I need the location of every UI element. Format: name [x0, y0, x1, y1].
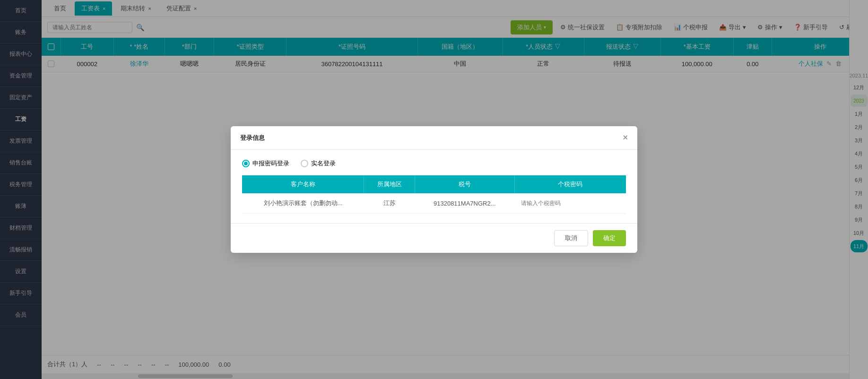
login-dialog: 登录信息 × 申报密码登录 实名登录 客户名称: [231, 126, 637, 253]
dialog-close-button[interactable]: ×: [623, 133, 628, 143]
inner-col-region: 所属地区: [364, 175, 415, 193]
radio-realname-login[interactable]: 实名登录: [301, 159, 336, 168]
radio-label-password: 申报密码登录: [252, 159, 289, 168]
client-row: 刘小艳演示账套（勿删勿动... 江苏 91320811MA7NGR2...: [242, 193, 626, 214]
password-field[interactable]: [521, 200, 619, 207]
dialog-footer: 取消 确定: [231, 223, 637, 253]
cell-tax-no: 91320811MA7NGR2...: [415, 193, 514, 214]
client-table: 客户名称 所属地区 税号 个税密码 刘小艳演示账套（勿删勿动... 江苏 913…: [242, 175, 626, 214]
radio-password-login[interactable]: 申报密码登录: [242, 159, 289, 168]
dialog-body: 申报密码登录 实名登录 客户名称 所属地区 税号 个税密码: [231, 150, 637, 223]
cell-password-input[interactable]: [514, 193, 626, 214]
cell-region: 江苏: [364, 193, 415, 214]
inner-col-tax-no: 税号: [415, 175, 514, 193]
inner-col-password: 个税密码: [514, 175, 626, 193]
confirm-button[interactable]: 确定: [593, 230, 626, 246]
cell-client-name: 刘小艳演示账套（勿删勿动...: [242, 193, 364, 214]
dialog-title: 登录信息: [240, 134, 265, 142]
radio-dot-password: [242, 160, 250, 167]
login-type-radio-group: 申报密码登录 实名登录: [242, 159, 626, 168]
radio-label-realname: 实名登录: [311, 159, 336, 168]
inner-col-client: 客户名称: [242, 175, 364, 193]
cancel-button[interactable]: 取消: [554, 230, 588, 246]
dialog-header: 登录信息 ×: [231, 126, 637, 150]
radio-dot-realname: [301, 160, 308, 167]
modal-overlay: 登录信息 × 申报密码登录 实名登录 客户名称: [0, 0, 868, 379]
